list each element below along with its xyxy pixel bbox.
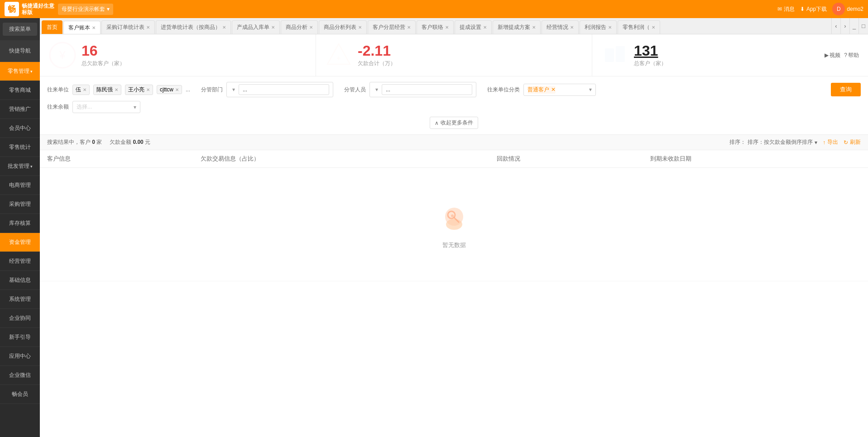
filter-row-2: 往来余额 选择... ▾ [47, 101, 861, 113]
tab-bar: 首页 客户账本 ✕ 采购订单统计表 ✕ 进货单统计表（按商品） ✕ [40, 18, 868, 34]
tab-minimize[interactable]: _ [850, 18, 859, 34]
tab-profit-report[interactable]: 利润报告 ✕ [580, 20, 617, 34]
tab-close-product-analysis[interactable]: ✕ [309, 25, 313, 30]
sort-label: 排序： [729, 138, 746, 146]
sort-select[interactable]: 排序： 排序：按欠款金额倒序排序 ▾ [729, 138, 817, 146]
help-button[interactable]: ? 帮助 [844, 52, 859, 59]
person-more-icon[interactable]: ... [382, 84, 472, 95]
tab-customer-contact[interactable]: 客户联络 ✕ [417, 20, 454, 34]
video-help-button[interactable]: ▶ 视频 [825, 52, 840, 59]
sidebar-item-inventory[interactable]: 库存核算 [0, 214, 40, 233]
top-bar: 畅 畅捷通好生意 标版 母婴行业演示帐套 ▾ ✉ 消息 ⬇ App下载 [0, 0, 868, 18]
filter-tag-chen: 陈民强 ✕ [93, 85, 121, 95]
sidebar-item-retail-stats[interactable]: 零售统计 [0, 138, 40, 157]
collapse-filter-button[interactable]: ∧ 收起更多条件 [430, 117, 478, 129]
category-selected-tag: 普通客户 ✕ [528, 86, 556, 94]
tab-product-analysis-list[interactable]: 商品分析列表 ✕ [319, 20, 367, 34]
tab-close-tips-settings[interactable]: ✕ [483, 25, 487, 30]
tab-scroll-left[interactable]: ‹ [832, 18, 841, 34]
tab-close-profit[interactable]: ✕ [608, 25, 612, 30]
tab-retail-profit[interactable]: 零售利润（ ✕ [618, 20, 660, 34]
remove-tag-cjttcw[interactable]: ✕ [175, 87, 179, 92]
collapse-up-icon: ∧ [435, 120, 439, 126]
col-overdue-date: 到期未收款日期 [643, 150, 868, 168]
message-icon: ✉ [777, 6, 782, 12]
results-info: 搜索结果中，客户 0 家 欠款金额 0.00 元 [47, 138, 150, 146]
table-body: 暂无数据 [40, 168, 868, 281]
tab-home[interactable]: 首页 [42, 20, 62, 34]
svg-point-10 [451, 214, 454, 217]
sidebar-item-marketing[interactable]: 营销推广 [0, 100, 40, 119]
account-dropdown[interactable]: 母婴行业演示帐套 ▾ [58, 4, 113, 15]
refresh-button[interactable]: ↻ 刷新 [844, 138, 861, 146]
sidebar-item-sys-mgmt[interactable]: 系统管理 [0, 290, 40, 309]
tab-tips-settings[interactable]: 提成设置 ✕ [455, 20, 492, 34]
sidebar-item-batch-mgmt[interactable]: 批发管理 ▾ [0, 157, 40, 176]
empty-state-cell: 暂无数据 [40, 168, 868, 281]
tab-scroll-right[interactable]: › [841, 18, 850, 34]
remove-tag-wang[interactable]: ✕ [146, 87, 150, 92]
filter-more-tags[interactable]: ... [186, 86, 190, 93]
person-select[interactable]: ▾ ... [369, 82, 476, 97]
tab-close-new-tips-plan[interactable]: ✕ [532, 25, 536, 30]
chevron-icon: ▾ [30, 69, 33, 74]
filter-area: 往来单位 伍 ✕ 陈民强 ✕ 王小亮 ✕ [40, 76, 868, 135]
tab-stock-stats[interactable]: 进货单统计表（按商品） ✕ [156, 20, 231, 34]
tab-customer-ledger[interactable]: 客户账本 ✕ [63, 21, 101, 34]
sidebar-item-enterprise-wechat[interactable]: 企业微信 [0, 366, 40, 385]
export-button[interactable]: ↑ 导出 [823, 138, 838, 146]
table-header: 客户信息 欠款交易信息（占比） 回款情况 到期未收款日期 [40, 150, 868, 168]
tab-close-product-analysis-list[interactable]: ✕ [358, 25, 362, 30]
sidebar-item-retail-mgmt[interactable]: 零售管理 ▾ [0, 62, 40, 81]
sidebar-item-app-center[interactable]: 应用中心 [0, 347, 40, 366]
person-arrow-icon: ▾ [375, 86, 378, 93]
stat-value-2: -2.11 [358, 43, 396, 58]
tab-close-customer-contact[interactable]: ✕ [445, 25, 449, 30]
sidebar-item-ops-mgmt[interactable]: 经营管理 [0, 252, 40, 271]
app-download-button[interactable]: ⬇ App下载 [800, 5, 827, 13]
stats-banner: ¥ 16 总欠款客户（家） + [40, 34, 868, 76]
user-menu[interactable]: D demo2 [832, 3, 863, 15]
remove-tag-wu[interactable]: ✕ [83, 87, 86, 92]
tab-close-retail-profit[interactable]: ✕ [652, 25, 655, 30]
tab-new-tips-plan[interactable]: 新增提成方案 ✕ [493, 20, 541, 34]
stat-label-3: 总客户（家） [634, 60, 667, 67]
tab-close-customer-tier[interactable]: ✕ [407, 25, 411, 30]
sidebar-item-enterprise-coop[interactable]: 企业协同 [0, 309, 40, 328]
chevron-down-icon: ▾ [107, 6, 110, 12]
search-menu-button[interactable]: 搜索菜单 [3, 23, 37, 36]
tab-close-customer-ledger[interactable]: ✕ [92, 25, 96, 30]
sidebar-item-member-center[interactable]: 会员中心 [0, 119, 40, 138]
sidebar-item-ecommerce[interactable]: 电商管理 [0, 176, 40, 195]
dept-more-icon[interactable]: ... [239, 84, 329, 95]
sidebar-item-basic-info[interactable]: 基础信息 [0, 271, 40, 290]
tab-close-purchase-order[interactable]: ✕ [146, 25, 150, 30]
tab-purchase-order-stats[interactable]: 采购订单统计表 ✕ [101, 20, 155, 34]
download-icon: ⬇ [800, 6, 805, 12]
stat-value-1: 16 [82, 43, 125, 58]
sidebar-item-purchase[interactable]: 采购管理 [0, 195, 40, 214]
sidebar-item-new-guide[interactable]: 新手引导 [0, 328, 40, 347]
unit-filter-label: 往来单位 [47, 86, 69, 94]
quick-nav-button[interactable]: 快捷导航 [3, 45, 37, 57]
tab-close-cost-stock[interactable]: ✕ [271, 25, 275, 30]
category-select[interactable]: 普通客户 ✕ ▾ [523, 84, 596, 96]
message-button[interactable]: ✉ 消息 [777, 5, 795, 13]
tab-close-ops[interactable]: ✕ [570, 25, 574, 30]
tab-cost-stock[interactable]: 产成品入库单 ✕ [232, 20, 280, 34]
query-button[interactable]: 查询 [831, 83, 861, 96]
stat-label-2: 欠款合计（万） [358, 60, 396, 67]
tab-ops-situation[interactable]: 经营情况 ✕ [542, 20, 579, 34]
tab-customer-tier[interactable]: 客户分层经营 ✕ [368, 20, 416, 34]
remove-category-tag[interactable]: ✕ [551, 86, 556, 93]
balance-select[interactable]: 选择... ▾ [72, 101, 140, 113]
tab-close-stock-stats[interactable]: ✕ [222, 25, 226, 30]
tab-maximize[interactable]: □ [859, 18, 868, 34]
remove-tag-chen[interactable]: ✕ [115, 87, 118, 92]
dept-select[interactable]: ▾ ... [226, 82, 333, 97]
stat-content-1: 16 总欠款客户（家） [82, 43, 125, 67]
sidebar-item-finance[interactable]: 资金管理 [0, 233, 40, 252]
sidebar-item-vip-member[interactable]: 畅会员 [0, 385, 40, 404]
sidebar-item-retail-mall[interactable]: 零售商城 [0, 81, 40, 100]
tab-product-analysis[interactable]: 商品分析 ✕ [281, 20, 318, 34]
